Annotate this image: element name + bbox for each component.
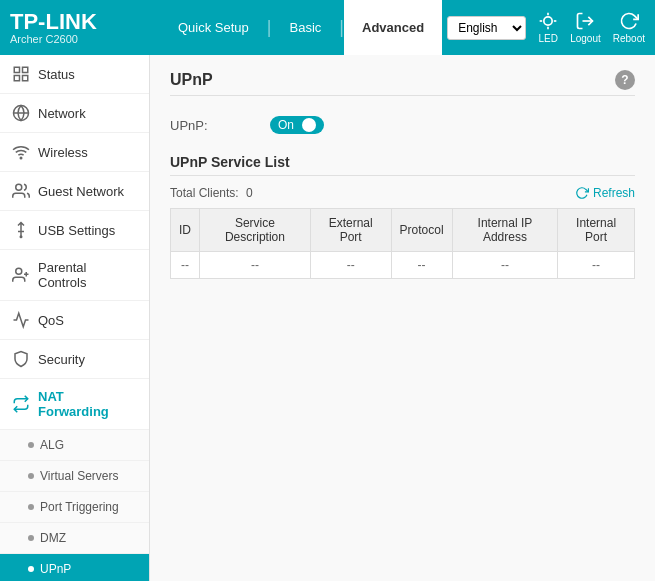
nav-tabs: Quick Setup | Basic | Advanced [160,0,447,55]
sidebar-sub-item-upnp[interactable]: UPnP [0,554,149,581]
brand-model: Archer C2600 [10,33,160,45]
sidebar-item-usb-settings[interactable]: USB Settings [0,211,149,250]
sub-label-port-triggering: Port Triggering [40,500,119,514]
col-external-port: External Port [310,209,391,252]
dot-icon [28,566,34,572]
sidebar-item-security[interactable]: Security [0,340,149,379]
col-id: ID [171,209,200,252]
sidebar-sub-item-virtual-servers[interactable]: Virtual Servers [0,461,149,492]
header-right: English Chinese LED Logout [447,11,645,44]
toggle-on-text: On [278,118,294,132]
sub-label-alg: ALG [40,438,64,452]
cell-internal-port: -- [558,252,635,279]
cell-service-desc: -- [200,252,311,279]
led-icon [538,11,558,31]
divider-1 [170,95,635,96]
svg-rect-6 [14,67,19,72]
dot-icon [28,442,34,448]
sidebar-sub-item-port-triggering[interactable]: Port Triggering [0,492,149,523]
cell-id: -- [171,252,200,279]
svg-point-13 [16,184,22,190]
svg-point-12 [20,157,22,159]
sidebar-item-guest-network[interactable]: Guest Network [0,172,149,211]
header: TP-LINK Archer C2600 Quick Setup | Basic… [0,0,655,55]
sidebar-item-network[interactable]: Network [0,94,149,133]
sub-label-dmz: DMZ [40,531,66,545]
total-clients-value: 0 [246,186,253,200]
parental-icon [12,266,30,284]
led-button[interactable]: LED [538,11,558,44]
col-internal-ip: Internal IP Address [452,209,558,252]
dot-icon [28,473,34,479]
sidebar: Status Network Wireless Guest Netwo [0,55,150,581]
total-clients-label: Total Clients: [170,186,239,200]
toggle-on-button[interactable]: On [270,116,324,134]
logout-button[interactable]: Logout [570,11,601,44]
refresh-icon [575,186,589,200]
sidebar-item-status[interactable]: Status [0,55,149,94]
sidebar-label-qos: QoS [38,313,64,328]
brand-name: TP-LINK [10,11,160,33]
svg-rect-7 [23,67,28,72]
table-header-row: ID Service Description External Port Pro… [171,209,635,252]
sidebar-item-parental-controls[interactable]: Parental Controls [0,250,149,301]
sidebar-label-parental-controls: Parental Controls [38,260,137,290]
toggle-circle [302,118,316,132]
svg-point-0 [544,17,552,25]
sidebar-label-usb-settings: USB Settings [38,223,115,238]
sidebar-label-status: Status [38,67,75,82]
sidebar-sub-item-alg[interactable]: ALG [0,430,149,461]
total-clients-row: Total Clients: 0 Refresh [170,186,635,200]
tab-quick-setup[interactable]: Quick Setup [160,0,267,55]
sidebar-item-nat-forwarding[interactable]: NAT Forwarding [0,379,149,430]
sub-label-upnp: UPnP [40,562,71,576]
reboot-button[interactable]: Reboot [613,11,645,44]
dot-icon [28,535,34,541]
language-select[interactable]: English Chinese [447,16,526,40]
svg-rect-8 [23,76,28,81]
col-service-desc: Service Description [200,209,311,252]
network-icon [12,104,30,122]
sidebar-label-security: Security [38,352,85,367]
logout-icon [575,11,595,31]
sidebar-label-wireless: Wireless [38,145,88,160]
qos-icon [12,311,30,329]
upnp-toggle[interactable]: On [270,116,324,134]
table-row: -- -- -- -- -- -- [171,252,635,279]
total-clients-text: Total Clients: 0 [170,186,253,200]
dot-icon [28,504,34,510]
col-internal-port: Internal Port [558,209,635,252]
tab-advanced[interactable]: Advanced [344,0,442,55]
main-layout: Status Network Wireless Guest Netwo [0,55,655,581]
led-label: LED [538,33,557,44]
svg-point-17 [16,268,22,274]
svg-point-15 [20,236,22,238]
sidebar-item-qos[interactable]: QoS [0,301,149,340]
sub-label-virtual-servers: Virtual Servers [40,469,118,483]
page-title: UPnP [170,71,213,89]
tab-basic[interactable]: Basic [272,0,340,55]
upnp-toggle-row: UPnP: On [170,111,635,139]
svg-rect-9 [14,76,19,81]
wireless-icon [12,143,30,161]
guest-icon [12,182,30,200]
reboot-icon [619,11,639,31]
help-icon[interactable]: ? [615,70,635,90]
content-area: UPnP ? UPnP: On UPnP Service List Total … [150,55,655,581]
upnp-label: UPnP: [170,118,270,133]
refresh-button[interactable]: Refresh [575,186,635,200]
sidebar-sub-item-dmz[interactable]: DMZ [0,523,149,554]
cell-external-port: -- [310,252,391,279]
sidebar-item-wireless[interactable]: Wireless [0,133,149,172]
service-list-title: UPnP Service List [170,154,635,176]
nat-icon [12,395,30,413]
refresh-label: Refresh [593,186,635,200]
status-icon [12,65,30,83]
sidebar-label-nat-forwarding: NAT Forwarding [38,389,137,419]
reboot-label: Reboot [613,33,645,44]
upnp-service-table: ID Service Description External Port Pro… [170,208,635,279]
security-icon [12,350,30,368]
cell-protocol: -- [391,252,452,279]
usb-icon [12,221,30,239]
cell-internal-ip: -- [452,252,558,279]
